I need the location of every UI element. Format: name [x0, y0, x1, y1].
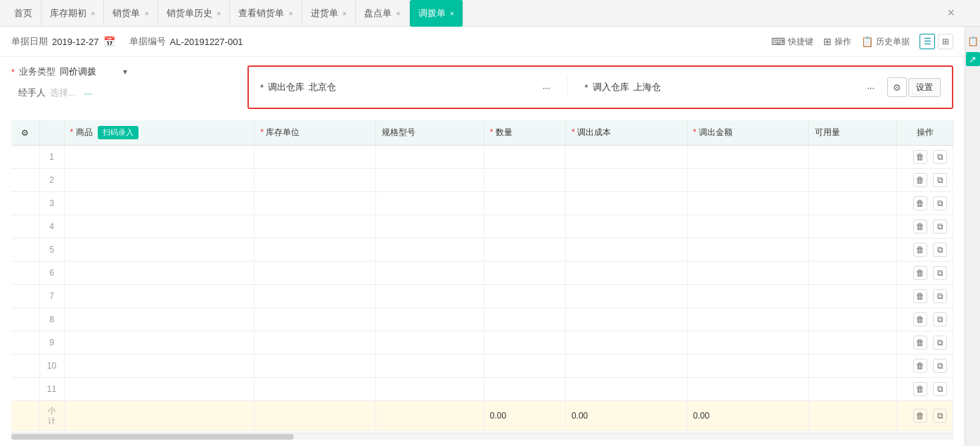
row-spec-cell[interactable] — [376, 262, 484, 285]
row-unit-cell[interactable] — [254, 308, 376, 331]
close-view-sales[interactable]: × — [288, 9, 292, 18]
row-unit-cell[interactable] — [254, 331, 376, 355]
row-amount-cell[interactable] — [687, 215, 808, 238]
row-amount-cell[interactable] — [687, 285, 808, 308]
row-cost-cell[interactable] — [565, 331, 687, 355]
settings-text-btn[interactable]: 设置 — [908, 78, 941, 97]
copy-row-btn[interactable]: ⧉ — [933, 382, 947, 396]
row-unit-cell[interactable] — [254, 192, 376, 215]
row-spec-cell[interactable] — [376, 215, 484, 238]
close-purchase-order[interactable]: × — [342, 9, 347, 18]
scroll-thumb[interactable] — [11, 434, 294, 440]
row-spec-cell[interactable] — [376, 146, 484, 169]
row-available-cell[interactable] — [808, 146, 896, 169]
row-spec-cell[interactable] — [376, 192, 484, 215]
business-type-dropdown[interactable]: ▾ — [123, 67, 127, 77]
layout-grid-icon[interactable]: ⊞ — [938, 34, 953, 49]
row-unit-cell[interactable] — [254, 146, 376, 169]
row-available-cell[interactable] — [808, 378, 896, 401]
gear-settings-btn[interactable]: ⚙ — [887, 77, 907, 97]
row-amount-cell[interactable] — [687, 331, 808, 355]
row-cost-cell[interactable] — [565, 262, 687, 285]
subtotal-copy-btn[interactable]: ⧉ — [933, 409, 947, 423]
row-product-cell[interactable] — [64, 215, 254, 238]
row-unit-cell[interactable] — [254, 285, 376, 308]
row-cost-cell[interactable] — [565, 192, 687, 215]
gear-column-header[interactable]: ⚙ — [11, 120, 39, 146]
row-quantity-cell[interactable] — [484, 378, 565, 401]
row-quantity-cell[interactable] — [484, 169, 565, 192]
row-quantity-cell[interactable] — [484, 192, 565, 215]
horizontal-scrollbar[interactable] — [11, 433, 953, 440]
history-action[interactable]: 📋 历史单据 — [861, 36, 910, 48]
row-product-cell[interactable] — [64, 262, 254, 285]
row-product-cell[interactable] — [64, 308, 254, 331]
sidebar-export-icon[interactable]: ↗ — [966, 52, 980, 66]
row-quantity-cell[interactable] — [484, 308, 565, 331]
delete-row-btn[interactable]: 🗑 — [913, 382, 927, 396]
close-sales-history[interactable]: × — [217, 9, 221, 18]
row-spec-cell[interactable] — [376, 355, 484, 378]
handler-value[interactable]: 选择... — [50, 87, 76, 99]
delete-row-btn[interactable]: 🗑 — [913, 312, 927, 326]
row-quantity-cell[interactable] — [484, 355, 565, 378]
tab-transfer[interactable]: 调拨单 × — [410, 0, 463, 27]
copy-row-btn[interactable]: ⧉ — [933, 289, 947, 303]
delete-row-btn[interactable]: 🗑 — [913, 196, 927, 210]
row-product-cell[interactable] — [64, 146, 254, 169]
tab-home[interactable]: 首页 — [6, 0, 41, 27]
row-quantity-cell[interactable] — [484, 238, 565, 262]
row-cost-cell[interactable] — [565, 169, 687, 192]
row-unit-cell[interactable] — [254, 262, 376, 285]
copy-row-btn[interactable]: ⧉ — [933, 312, 947, 326]
row-cost-cell[interactable] — [565, 308, 687, 331]
warehouse-out-dots[interactable]: ··· — [543, 82, 550, 93]
row-cost-cell[interactable] — [565, 238, 687, 262]
copy-row-btn[interactable]: ⧉ — [933, 150, 947, 164]
row-unit-cell[interactable] — [254, 169, 376, 192]
row-amount-cell[interactable] — [687, 378, 808, 401]
operation-action[interactable]: ⊞ 操作 — [823, 36, 851, 48]
row-unit-cell[interactable] — [254, 215, 376, 238]
row-cost-cell[interactable] — [565, 146, 687, 169]
row-quantity-cell[interactable] — [484, 331, 565, 355]
row-product-cell[interactable] — [64, 331, 254, 355]
scan-button[interactable]: 扫码录入 — [98, 126, 138, 139]
row-quantity-cell[interactable] — [484, 262, 565, 285]
close-inventory-check[interactable]: × — [396, 9, 400, 18]
tab-purchase-order[interactable]: 进货单 × — [302, 0, 356, 27]
row-cost-cell[interactable] — [565, 285, 687, 308]
sidebar-doc-icon[interactable]: 📋 — [966, 34, 980, 48]
row-amount-cell[interactable] — [687, 192, 808, 215]
warehouse-in-value[interactable]: 上海仓 — [633, 81, 661, 94]
row-quantity-cell[interactable] — [484, 146, 565, 169]
delete-row-btn[interactable]: 🗑 — [913, 266, 927, 280]
handler-dots[interactable]: ··· — [84, 88, 92, 98]
row-spec-cell[interactable] — [376, 308, 484, 331]
copy-row-btn[interactable]: ⧉ — [933, 359, 947, 373]
delete-row-btn[interactable]: 🗑 — [913, 243, 927, 257]
row-quantity-cell[interactable] — [484, 285, 565, 308]
warehouse-out-value[interactable]: 北京仓 — [309, 81, 336, 94]
row-available-cell[interactable] — [808, 262, 896, 285]
copy-row-btn[interactable]: ⧉ — [933, 219, 947, 234]
copy-row-btn[interactable]: ⧉ — [933, 243, 947, 257]
close-sales-order[interactable]: × — [144, 9, 148, 18]
close-inventory-init[interactable]: × — [91, 9, 95, 18]
row-cost-cell[interactable] — [565, 215, 687, 238]
tab-sales-history[interactable]: 销货单历史 × — [158, 0, 230, 27]
row-amount-cell[interactable] — [687, 262, 808, 285]
row-unit-cell[interactable] — [254, 355, 376, 378]
row-unit-cell[interactable] — [254, 238, 376, 262]
copy-row-btn[interactable]: ⧉ — [933, 173, 947, 187]
warehouse-in-dots[interactable]: ··· — [867, 82, 875, 93]
row-spec-cell[interactable] — [376, 378, 484, 401]
layout-list-icon[interactable]: ☰ — [920, 34, 935, 49]
row-available-cell[interactable] — [808, 215, 896, 238]
row-spec-cell[interactable] — [376, 169, 484, 192]
row-product-cell[interactable] — [64, 355, 254, 378]
tab-view-sales[interactable]: 查看销货单 × — [230, 0, 302, 27]
tab-inventory-check[interactable]: 盘点单 × — [356, 0, 409, 27]
delete-row-btn[interactable]: 🗑 — [913, 289, 927, 303]
subtotal-delete-btn[interactable]: 🗑 — [913, 409, 927, 423]
